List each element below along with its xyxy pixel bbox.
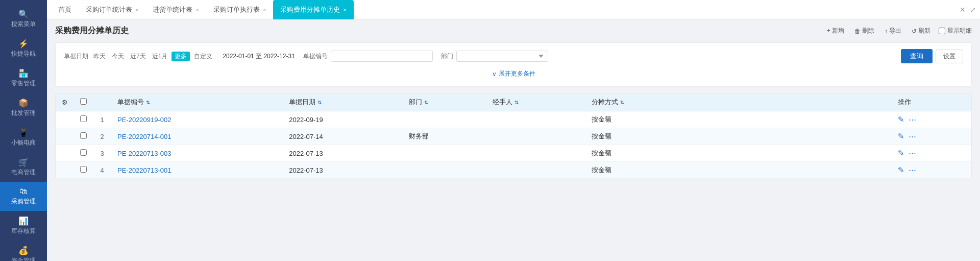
row-edit-icon-1[interactable]: ✎ xyxy=(898,132,904,141)
doc-no-label: 单据编号 xyxy=(303,52,328,61)
sidebar-item-purchase[interactable]: 🛍 采购管理 xyxy=(0,182,47,211)
row-split-method-3: 按金额 xyxy=(585,162,892,179)
sidebar-item-search[interactable]: 🔍 搜索菜单 xyxy=(0,4,47,34)
sidebar-item-wholesale[interactable]: 📦 批发管理 xyxy=(0,93,47,123)
doc-no-input[interactable] xyxy=(331,51,433,62)
sort-handler-icon: ⇅ xyxy=(514,100,519,105)
doc-no-link-3[interactable]: PE-20220713-001 xyxy=(117,167,172,174)
tab-purchase-fee-history[interactable]: 采购费用分摊单历史 × xyxy=(273,0,353,19)
row-dept-2 xyxy=(403,145,486,162)
maximize-icon[interactable]: ⤢ xyxy=(970,6,976,14)
main-area: 首页 采购订单统计表 × 进货单统计表 × 采购订单执行表 × 采购费用分摊单历… xyxy=(47,0,980,261)
shortcut-more[interactable]: 更多 xyxy=(172,52,190,61)
row-handler-0 xyxy=(486,111,586,128)
row-handler-2 xyxy=(486,145,586,162)
tab-bar-actions: ✕ ⤢ xyxy=(960,6,976,14)
table-container: ⚙ 单据编号 ⇅ 单据日期 xyxy=(55,93,972,179)
shortcut-today[interactable]: 今天 xyxy=(110,52,126,61)
show-columns-check[interactable] xyxy=(939,28,945,34)
shortcut-7days[interactable]: 近7天 xyxy=(128,52,148,61)
row-handler-3 xyxy=(486,162,586,179)
date-range-display: 2022-01-01 至 2022-12-31 xyxy=(223,52,295,61)
filter-area: 单据日期 昨天 今天 近7天 近1月 更多 自定义 2022-01-01 至 2… xyxy=(55,42,972,87)
add-button[interactable]: + 新增 xyxy=(825,26,846,36)
tab-close-purchase-order-stat[interactable]: × xyxy=(135,7,138,13)
sidebar-item-shortcut[interactable]: ⚡ 快捷导航 xyxy=(0,34,47,63)
doc-no-link-0[interactable]: PE-20220919-002 xyxy=(117,116,172,124)
th-num xyxy=(93,93,111,111)
sidebar-item-retail[interactable]: 🏪 零售管理 xyxy=(0,63,47,93)
tab-purchase-order-exec[interactable]: 采购订单执行表 × xyxy=(206,0,273,19)
row-check-1[interactable] xyxy=(80,132,87,139)
refresh-button[interactable]: ↺ 刷新 xyxy=(910,26,933,36)
row-num-2: 3 xyxy=(93,145,111,162)
tab-inbound-stat[interactable]: 进货单统计表 × xyxy=(145,0,206,19)
row-actions-0: ✎ ⋯ xyxy=(892,111,971,128)
row-edit-icon-3[interactable]: ✎ xyxy=(898,165,904,175)
table-body: 1 PE-20220919-002 2022-09-19 按金额 ✎ ⋯ 2 P… xyxy=(56,111,971,179)
select-all-checkbox[interactable] xyxy=(80,98,87,105)
tab-bar: 首页 采购订单统计表 × 进货单统计表 × 采购订单执行表 × 采购费用分摊单历… xyxy=(47,0,980,19)
row-check-0[interactable] xyxy=(80,115,87,122)
shortcut-1month[interactable]: 近1月 xyxy=(150,52,170,61)
row-num-1: 2 xyxy=(93,128,111,145)
tab-close-purchase-fee-history[interactable]: × xyxy=(343,7,346,13)
dept-select[interactable]: 财务部 xyxy=(456,51,548,62)
sort-split-method-icon: ⇅ xyxy=(620,100,624,105)
date-filter-label: 单据日期 xyxy=(64,52,88,61)
row-more-icon-3[interactable]: ⋯ xyxy=(909,165,916,175)
tab-purchase-order-stat[interactable]: 采购订单统计表 × xyxy=(79,0,145,19)
query-button[interactable]: 查询 xyxy=(901,49,933,63)
sidebar-item-ecommerce[interactable]: 🛒 电商管理 xyxy=(0,152,47,182)
page-content: 采购费用分摊单历史 + 新增 🗑 删除 ↑ 导出 ↺ 刷新 显示明细 xyxy=(47,19,980,261)
row-checkbox-0 xyxy=(74,111,93,128)
row-edit-icon-2[interactable]: ✎ xyxy=(898,149,904,158)
row-doc-date-2: 2022-07-13 xyxy=(283,145,403,162)
tab-close-purchase-order-exec[interactable]: × xyxy=(263,7,266,13)
shortcut-yesterday[interactable]: 昨天 xyxy=(91,52,108,61)
row-dept-0 xyxy=(403,111,486,128)
doc-no-link-1[interactable]: PE-20220714-001 xyxy=(117,133,172,140)
table-row: 4 PE-20220713-001 2022-07-13 按金额 ✎ ⋯ xyxy=(56,162,971,179)
shortcut-custom[interactable]: 自定义 xyxy=(192,52,214,61)
tab-close-inbound-stat[interactable]: × xyxy=(195,7,199,13)
th-dept[interactable]: 部门 ⇅ xyxy=(403,93,486,111)
delete-button[interactable]: 🗑 删除 xyxy=(852,26,876,36)
row-actions-2: ✎ ⋯ xyxy=(892,145,971,162)
row-edit-icon-0[interactable]: ✎ xyxy=(898,115,904,124)
row-more-icon-1[interactable]: ⋯ xyxy=(909,132,916,141)
row-check-3[interactable] xyxy=(80,166,87,173)
table-row: 1 PE-20220919-002 2022-09-19 按金额 ✎ ⋯ xyxy=(56,111,971,128)
sidebar: 🔍 搜索菜单 ⚡ 快捷导航 🏪 零售管理 📦 批发管理 📱 小畅电商 🛒 电商管… xyxy=(0,0,47,261)
refresh-icon: ↺ xyxy=(912,28,917,35)
row-check-2[interactable] xyxy=(80,149,87,156)
row-actions-3: ✎ ⋯ xyxy=(892,162,971,179)
export-button[interactable]: ↑ 导出 xyxy=(883,26,903,36)
row-dept-3 xyxy=(403,162,486,179)
row-more-icon-0[interactable]: ⋯ xyxy=(909,115,916,124)
close-all-tabs-icon[interactable]: ✕ xyxy=(960,6,966,14)
sidebar-item-finance[interactable]: 💰 资金管理 xyxy=(0,241,47,261)
filter-row: 单据日期 昨天 今天 近7天 近1月 更多 自定义 2022-01-01 至 2… xyxy=(64,49,963,63)
date-range-text: 2022-01-01 至 2022-12-31 xyxy=(223,52,295,61)
row-doc-no-1: PE-20220714-001 xyxy=(111,128,283,145)
sidebar-item-miniapp[interactable]: 📱 小畅电商 xyxy=(0,123,47,152)
th-handler[interactable]: 经手人 ⇅ xyxy=(486,93,586,111)
th-settings[interactable]: ⚙ xyxy=(56,93,74,111)
show-columns-checkbox[interactable]: 显示明细 xyxy=(939,27,972,35)
setting-button[interactable]: 设置 xyxy=(936,50,963,63)
table-row: 2 PE-20220714-001 2022-07-14 财务部 按金额 ✎ ⋯ xyxy=(56,128,971,145)
row-split-method-1: 按金额 xyxy=(585,128,892,145)
th-doc-no[interactable]: 单据编号 ⇅ xyxy=(111,93,283,111)
row-more-icon-2[interactable]: ⋯ xyxy=(909,149,916,158)
doc-no-link-2[interactable]: PE-20220713-003 xyxy=(117,150,172,157)
th-split-method[interactable]: 分摊方式 ⇅ xyxy=(585,93,892,111)
sidebar-item-inventory[interactable]: 📊 库存核算 xyxy=(0,211,47,241)
row-split-method-0: 按金额 xyxy=(585,111,892,128)
tab-home[interactable]: 首页 xyxy=(51,0,79,19)
filter-second-row: ∨ 展开更多条件 xyxy=(64,67,963,80)
page-header: 采购费用分摊单历史 + 新增 🗑 删除 ↑ 导出 ↺ 刷新 显示明细 xyxy=(55,26,972,36)
date-shortcuts: 昨天 今天 近7天 近1月 更多 自定义 xyxy=(91,52,214,61)
expand-filters-button[interactable]: ∨ 展开更多条件 xyxy=(492,67,535,80)
th-doc-date[interactable]: 单据日期 ⇅ xyxy=(283,93,403,111)
